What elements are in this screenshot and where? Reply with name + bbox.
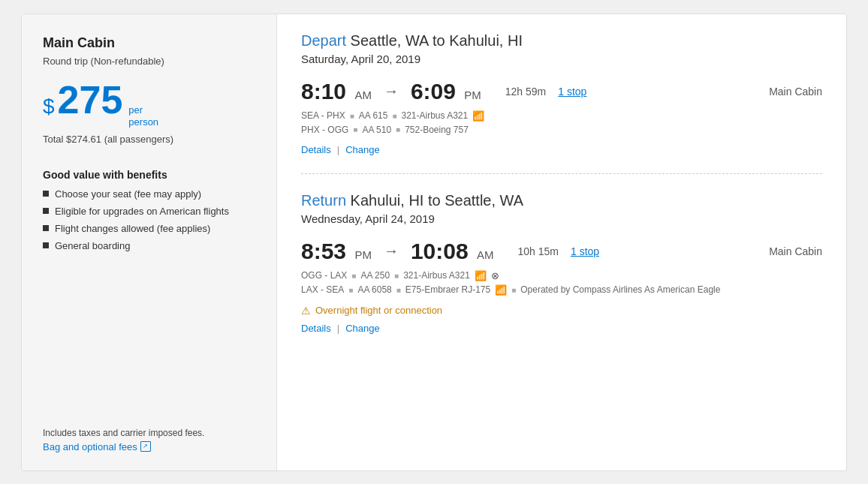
depart-leg1: SEA - PHX ■ AA 615 ■ 321-Airbus A321 📶 xyxy=(301,110,822,122)
warning-icon: ⚠ xyxy=(301,305,311,317)
benefit-item: General boarding xyxy=(43,240,258,251)
price-row: $ 275 per person xyxy=(43,80,258,130)
benefits-list: Choose your seat (fee may apply) Eligibl… xyxy=(43,188,258,251)
overnight-warning: ⚠ Overnight flight or connection xyxy=(301,305,822,317)
depart-legs: SEA - PHX ■ AA 615 ■ 321-Airbus A321 📶 P… xyxy=(301,110,822,135)
action-separator: | xyxy=(337,144,339,155)
leg2-route: PHX - OGG xyxy=(301,125,348,135)
depart-duration: 12h 59m xyxy=(505,86,546,98)
benefit-text: Flight changes allowed (fee applies) xyxy=(55,223,210,234)
depart-change-link[interactable]: Change xyxy=(345,144,380,155)
return-depart-time-val: 8:53 xyxy=(301,239,346,263)
depart-times-row: 8:10 AM → 6:09 PM 12h 59m 1 stop Main Ca… xyxy=(301,79,822,104)
leg1-aircraft: 321-Airbus A321 xyxy=(401,110,468,121)
depart-date: Saturday, April 20, 2019 xyxy=(301,53,822,65)
bag-link-label: Bag and optional fees xyxy=(43,441,137,452)
wifi-icon: 📶 xyxy=(475,270,487,281)
benefit-text: Choose your seat (fee may apply) xyxy=(55,188,201,200)
r-leg2-operated: Operated by Compass Airlines As American… xyxy=(520,284,720,295)
return-stop-link[interactable]: 1 stop xyxy=(571,245,599,257)
depart-header-title: Depart Seattle, WA to Kahului, HI xyxy=(301,32,822,50)
wifi-icon: 📶 xyxy=(472,110,484,122)
return-actions: Details | Change xyxy=(301,323,822,334)
r-leg1-route: OGG - LAX xyxy=(301,270,347,281)
leg-sep: ■ xyxy=(392,112,396,120)
bullet-icon xyxy=(43,242,49,248)
leg-sep: ■ xyxy=(350,112,354,120)
trip-type: Round trip (Non-refundable) xyxy=(43,56,258,67)
return-arrow: → xyxy=(384,242,399,260)
flight-arrow: → xyxy=(384,83,399,100)
cabin-title: Main Cabin xyxy=(43,35,258,51)
benefit-text: Eligible for upgrades on American flight… xyxy=(55,206,229,217)
leg2-aircraft: 752-Boeing 757 xyxy=(405,125,469,135)
bag-link[interactable]: Bag and optional fees ↗ xyxy=(43,441,258,452)
depart-details-link[interactable]: Details xyxy=(301,144,331,155)
return-date: Wednesday, April 24, 2019 xyxy=(301,212,822,225)
price-amount: 275 xyxy=(58,80,123,119)
leg-sep: ■ xyxy=(351,272,356,280)
return-change-link[interactable]: Change xyxy=(345,323,380,334)
depart-route: Seattle, WA to Kahului, HI xyxy=(351,32,523,49)
return-legs: OGG - LAX ■ AA 250 ■ 321-Airbus A321 📶 ⊗… xyxy=(301,270,822,296)
depart-cabin: Main Cabin xyxy=(769,86,822,98)
return-leg2: LAX - SEA ■ AA 6058 ■ E75-Embraer RJ-175… xyxy=(301,284,822,296)
power-icon: ⊗ xyxy=(491,270,499,281)
return-times-row: 8:53 PM → 10:08 AM 10h 15m 1 stop Main C… xyxy=(301,239,822,264)
r-leg1-aircraft: 321-Airbus A321 xyxy=(403,270,470,281)
external-link-icon: ↗ xyxy=(140,441,151,452)
includes-text: Includes taxes and carrier imposed fees. xyxy=(43,428,258,438)
main-card: Main Cabin Round trip (Non-refundable) $… xyxy=(21,14,847,471)
depart-section: Depart Seattle, WA to Kahului, HI Saturd… xyxy=(301,32,822,155)
depart-leg2: PHX - OGG ■ AA 510 ■ 752-Boeing 757 xyxy=(301,125,822,135)
benefit-item: Flight changes allowed (fee applies) xyxy=(43,223,258,234)
depart-word: Depart xyxy=(301,32,346,49)
return-route: Kahului, HI to Seattle, WA xyxy=(351,192,523,209)
leg-sep: ■ xyxy=(348,286,353,294)
r-leg2-route: LAX - SEA xyxy=(301,284,344,295)
return-leg1: OGG - LAX ■ AA 250 ■ 321-Airbus A321 📶 ⊗ xyxy=(301,270,822,281)
leg-sep: ■ xyxy=(396,125,400,134)
leg1-flight: AA 615 xyxy=(359,110,388,121)
leg1-route: SEA - PHX xyxy=(301,110,345,121)
return-details-link[interactable]: Details xyxy=(301,323,331,334)
price-dollar: $ xyxy=(43,95,55,119)
benefit-text: General boarding xyxy=(55,240,130,251)
overnight-text: Overnight flight or connection xyxy=(315,305,442,316)
arrive-time: 6:09 PM xyxy=(411,79,481,104)
depart-time: 8:10 AM xyxy=(301,79,372,104)
return-depart-time: 8:53 PM xyxy=(301,239,372,264)
leg-sep: ■ xyxy=(396,286,401,294)
return-duration: 10h 15m xyxy=(517,245,558,257)
main-content: Depart Seattle, WA to Kahului, HI Saturd… xyxy=(277,14,846,470)
r-leg1-flight: AA 250 xyxy=(360,270,390,281)
sidebar: Main Cabin Round trip (Non-refundable) $… xyxy=(22,14,277,470)
depart-ampm: AM xyxy=(354,89,372,101)
leg-sep: ■ xyxy=(353,125,357,134)
sidebar-bottom: Includes taxes and carrier imposed fees.… xyxy=(43,428,258,452)
leg-sep: ■ xyxy=(511,286,516,294)
bullet-icon xyxy=(43,225,49,231)
benefit-item: Eligible for upgrades on American flight… xyxy=(43,206,258,217)
return-section: Return Kahului, HI to Seattle, WA Wednes… xyxy=(301,173,822,334)
return-word: Return xyxy=(301,192,346,209)
depart-stop-link[interactable]: 1 stop xyxy=(558,86,586,98)
return-arrive-time: 10:08 AM xyxy=(411,239,494,264)
arrive-ampm: PM xyxy=(464,89,481,101)
return-depart-ampm: PM xyxy=(354,248,372,261)
benefit-item: Choose your seat (fee may apply) xyxy=(43,188,258,200)
arrive-time-val: 6:09 xyxy=(411,79,456,104)
leg-sep: ■ xyxy=(394,272,399,280)
leg2-flight: AA 510 xyxy=(362,125,391,135)
return-header-title: Return Kahului, HI to Seattle, WA xyxy=(301,192,822,209)
bullet-icon xyxy=(43,191,49,197)
wifi-icon: 📶 xyxy=(495,284,507,296)
depart-actions: Details | Change xyxy=(301,144,822,155)
depart-time-val: 8:10 xyxy=(301,79,346,104)
bullet-icon xyxy=(43,208,49,214)
price-total: Total $274.61 (all passengers) xyxy=(43,134,258,145)
r-leg2-aircraft: E75-Embraer RJ-175 xyxy=(405,284,490,295)
return-arrive-time-val: 10:08 xyxy=(411,239,469,263)
return-cabin: Main Cabin xyxy=(769,245,822,257)
price-per-person: per person xyxy=(128,104,158,130)
